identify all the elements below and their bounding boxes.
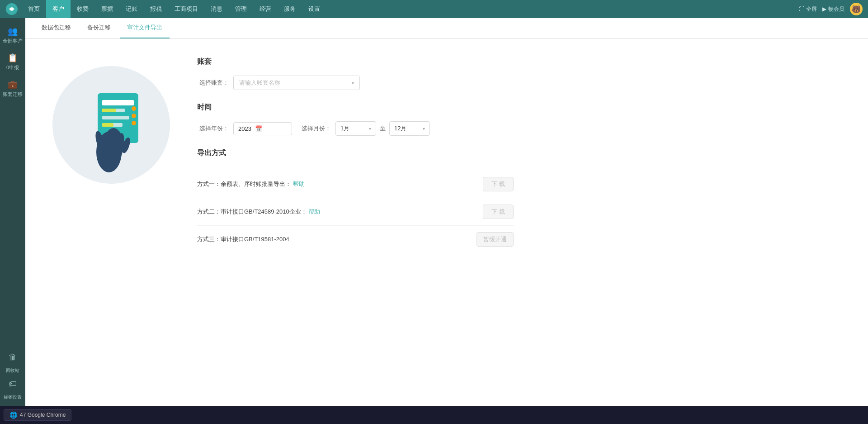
year-label: 选择年份： — [197, 124, 229, 133]
svg-point-8 — [132, 114, 136, 118]
all-customers-icon: 👥 — [8, 26, 18, 36]
vip-icon: ▶ — [822, 6, 826, 12]
chrome-icon: 🌐 — [9, 411, 17, 419]
top-nav-items: 首页 客户 收费 票据 记账 报税 工商项目 消息 管理 经营 服务 设置 — [22, 0, 799, 18]
to-separator: 至 — [380, 124, 386, 133]
account-select-arrow-icon: ▾ — [352, 81, 354, 86]
nav-item-tax[interactable]: 报税 — [144, 0, 168, 18]
method-1-download-button[interactable]: 下 载 — [483, 177, 514, 191]
method-3-coming-soon-button: 暂缓开通 — [476, 232, 514, 247]
tab-audit-export[interactable]: 审计文件导出 — [120, 18, 170, 38]
nav-item-home[interactable]: 首页 — [22, 0, 46, 18]
tag-settings-icon: 🏷 — [9, 379, 17, 389]
recycle-bin-label: 回收站 — [6, 367, 19, 374]
sidebar-item-zero-declaration[interactable]: 📋 0申报 — [0, 48, 25, 75]
nav-item-manage[interactable]: 管理 — [229, 0, 253, 18]
svg-point-1 — [10, 8, 13, 10]
sidebar-item-tag-settings[interactable]: 🏷 — [0, 376, 25, 392]
month-end-select[interactable]: 12月 ▾ — [389, 121, 430, 136]
method-2-help-link[interactable]: 帮助 — [308, 208, 320, 215]
tab-data-migration[interactable]: 数据包迁移 — [34, 18, 78, 38]
account-label: 选择账套： — [197, 79, 229, 87]
svg-rect-3 — [102, 100, 134, 105]
month-end-arrow-icon: ▾ — [423, 126, 425, 131]
vip-button[interactable]: ▶ 畅会员 — [822, 5, 844, 13]
sidebar-item-all-customers[interactable]: 👥 全部客户 — [0, 22, 25, 48]
taskbar-chrome-label: 47 Google Chrome — [20, 412, 66, 418]
nav-item-billing[interactable]: 收费 — [71, 0, 95, 18]
fullscreen-icon: ⛶ — [799, 6, 804, 12]
calendar-icon: 📅 — [255, 125, 262, 132]
nav-item-bookkeeping[interactable]: 记账 — [119, 0, 144, 18]
illustration-circle — [52, 66, 170, 184]
taskbar: 🌐 47 Google Chrome — [0, 406, 868, 424]
export-method-3: 方式三：审计接口GB/T19581-2004 暂缓开通 — [197, 226, 514, 253]
year-input[interactable]: 2023 📅 — [233, 122, 292, 135]
tab-backup-migration[interactable]: 备份迁移 — [80, 18, 118, 38]
export-method-1: 方式一：余额表、序时账批量导出： 帮助 下 载 — [197, 171, 514, 198]
top-nav: 首页 客户 收费 票据 记账 报税 工商项目 消息 管理 经营 服务 设置 ⛶ … — [0, 0, 868, 18]
account-row: 选择账套： 请输入账套名称 ▾ — [197, 76, 514, 90]
sidebar-bottom: 🗑 回收站 🏷 标签设置 — [0, 349, 25, 406]
year-value: 2023 — [238, 125, 251, 132]
top-nav-right: ⛶ 全屏 ▶ 畅会员 🐻 — [799, 3, 868, 15]
nav-item-message[interactable]: 消息 — [204, 0, 229, 18]
recycle-bin-icon: 🗑 — [9, 353, 17, 362]
account-select-placeholder: 请输入账套名称 — [239, 79, 280, 87]
method-2-download-button[interactable]: 下 载 — [483, 205, 514, 219]
export-method-3-text: 方式三：审计接口GB/T19581-2004 — [197, 235, 476, 243]
sidebar-item-account-migration[interactable]: 💼 账套迁移 — [0, 75, 25, 102]
svg-point-7 — [132, 106, 136, 111]
account-migration-icon: 💼 — [8, 80, 18, 90]
tag-settings-label: 标签设置 — [4, 394, 22, 400]
account-select[interactable]: 请输入账套名称 ▾ — [233, 76, 360, 90]
app-logo — [4, 1, 20, 17]
zero-declaration-icon: 📋 — [8, 53, 18, 63]
nav-item-operation[interactable]: 经营 — [253, 0, 278, 18]
time-section-title: 时间 — [197, 103, 514, 114]
page-content: 账套 选择账套： 请输入账套名称 ▾ 时间 选择年份： 2023 📅 — [25, 39, 868, 406]
month-start-select[interactable]: 1月 ▾ — [335, 121, 376, 136]
nav-item-business[interactable]: 工商项目 — [168, 0, 204, 18]
svg-rect-11 — [102, 123, 113, 127]
export-section-title: 导出方式 — [197, 148, 514, 160]
sidebar-item-recycle-bin[interactable]: 🗑 — [0, 349, 25, 366]
export-method-2-text: 方式二：审计接口GB/T24589-2010企业： 帮助 — [197, 208, 483, 216]
export-method-2: 方式二：审计接口GB/T24589-2010企业： 帮助 下 载 — [197, 198, 514, 226]
sidebar: 👥 全部客户 📋 0申报 💼 账套迁移 🗑 回收站 🏷 标签设置 — [0, 18, 25, 406]
svg-point-9 — [132, 121, 136, 125]
main-layout: 👥 全部客户 📋 0申报 💼 账套迁移 🗑 回收站 🏷 标签设置 数据包迁移 备… — [0, 18, 868, 406]
time-row: 选择年份： 2023 📅 选择月份： 1月 ▾ 至 12月 ▾ — [197, 121, 514, 136]
tab-bar: 数据包迁移 备份迁移 审计文件导出 — [25, 18, 868, 39]
month-start-value: 1月 — [340, 124, 349, 133]
export-method-1-text: 方式一：余额表、序时账批量导出： 帮助 — [197, 180, 483, 188]
month-end-value: 12月 — [394, 124, 406, 133]
nav-item-service[interactable]: 服务 — [278, 0, 302, 18]
nav-item-invoice[interactable]: 票据 — [95, 0, 119, 18]
fullscreen-button[interactable]: ⛶ 全屏 — [799, 5, 817, 13]
method-1-help-link[interactable]: 帮助 — [293, 181, 305, 187]
illustration-area — [52, 66, 170, 184]
content-area: 数据包迁移 备份迁移 审计文件导出 — [25, 18, 868, 406]
form-area: 账套 选择账套： 请输入账套名称 ▾ 时间 选择年份： 2023 📅 — [197, 57, 514, 253]
taskbar-chrome[interactable]: 🌐 47 Google Chrome — [4, 409, 71, 421]
month-label: 选择月份： — [299, 124, 331, 133]
nav-item-customer[interactable]: 客户 — [46, 0, 71, 18]
user-avatar[interactable]: 🐻 — [850, 3, 863, 15]
nav-item-settings[interactable]: 设置 — [302, 0, 326, 18]
svg-rect-10 — [102, 109, 116, 112]
svg-rect-5 — [102, 116, 129, 119]
account-section-title: 账套 — [197, 57, 514, 68]
month-start-arrow-icon: ▾ — [369, 126, 371, 131]
export-section: 方式一：余额表、序时账批量导出： 帮助 下 载 方式二：审计接口GB/T2458… — [197, 171, 514, 253]
illustration-svg — [66, 75, 156, 175]
